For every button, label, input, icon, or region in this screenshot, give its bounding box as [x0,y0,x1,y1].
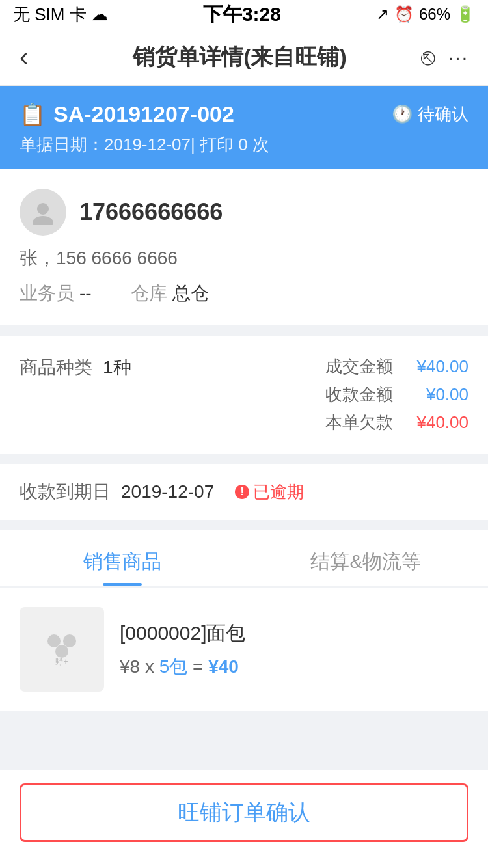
product-row: 野+ [0000002]面包 ¥8 x 5包 = ¥40 [20,607,468,692]
alarm-icon: ⏰ [394,5,414,23]
warehouse-value: 总仓 [172,281,209,306]
bottom-bar: 旺铺订单确认 [0,770,488,868]
svg-point-4 [55,645,68,658]
customer-meta: 业务员 -- 仓库 总仓 [20,281,468,306]
tab-sales-underline [103,583,142,586]
product-image: 野+ [20,607,104,692]
tabs-bar: 销售商品 结算&物流等 [0,530,488,586]
order-type-icon: 📋 [20,102,46,127]
amount-value-1: ¥0.00 [403,385,468,405]
due-date: 2019-12-07 [121,481,214,502]
share-icon[interactable]: ⎋ [421,44,435,71]
customer-avatar [20,189,66,236]
amount-value-2: ¥40.00 [403,413,468,433]
product-name: [0000002]面包 [120,620,468,647]
order-status: 🕐 待确认 [392,103,468,126]
sim-status: 无 SIM 卡 ☁ [13,3,108,26]
tab-sales-label: 销售商品 [83,549,161,575]
svg-point-3 [63,634,76,647]
status-bar: 无 SIM 卡 ☁ 下午3:28 ↗ ⏰ 66% 🔋 [0,0,488,29]
summary-card: 商品种类 1种 成交金额 ¥40.00 收款金额 ¥0.00 本单欠款 ¥40.… [0,336,488,454]
overdue-text: 已逾期 [253,481,304,504]
order-id: SA-20191207-002 [53,102,234,127]
sales-value: -- [79,283,92,304]
category-value: 1种 [103,355,131,380]
category-label: 商品种类 [20,355,92,380]
product-section: 野+ [0000002]面包 ¥8 x 5包 = ¥40 [0,588,488,711]
battery-icon: 🔋 [455,5,475,23]
order-header: 📋 SA-20191207-002 🕐 待确认 单据日期：2019-12-07|… [0,86,488,169]
page-title: 销货单详情(来自旺铺) [59,42,421,72]
customer-card: 17666666666 张，156 6666 6666 业务员 -- 仓库 总仓 [0,169,488,325]
status-text: 待确认 [418,103,468,126]
product-total: ¥40 [208,657,239,677]
tab-settlement[interactable]: 结算&物流等 [244,530,488,586]
svg-text:野+: 野+ [55,657,68,666]
status-right: ↗ ⏰ 66% 🔋 [376,5,475,23]
customer-name-phone: 张，156 6666 6666 [20,246,468,271]
svg-point-1 [33,216,53,225]
sales-label: 业务员 [20,281,74,306]
confirm-button[interactable]: 旺铺订单确认 [20,783,468,842]
nav-bar: ‹ 销货单详情(来自旺铺) ⎋ ··· [0,29,488,86]
amounts-section: 成交金额 ¥40.00 收款金额 ¥0.00 本单欠款 ¥40.00 [325,355,468,434]
amount-value-0: ¥40.00 [403,357,468,377]
product-qty: 5包 [159,657,188,677]
amount-label-0: 成交金额 [325,355,393,378]
overdue-dot-icon: ! [235,485,249,499]
product-price-row: ¥8 x 5包 = ¥40 [120,655,468,679]
warehouse-label: 仓库 [131,281,167,306]
nav-actions: ⎋ ··· [421,44,468,71]
tab-sales[interactable]: 销售商品 [0,530,244,586]
due-label: 收款到期日 [20,480,111,504]
more-icon[interactable]: ··· [448,46,468,68]
amount-row-1: 收款金额 ¥0.00 [325,383,468,406]
svg-point-2 [47,634,61,647]
clock-icon: 🕐 [392,104,413,124]
status-left: 无 SIM 卡 ☁ [13,3,108,26]
customer-phone: 17666666666 [79,198,223,226]
tab-settlement-label: 结算&物流等 [310,549,421,575]
location-icon: ↗ [376,5,389,23]
due-date-card: 收款到期日 2019-12-07 ! 已逾期 [0,464,488,520]
back-button[interactable]: ‹ [20,42,59,72]
overdue-badge: ! 已逾期 [235,481,304,504]
amount-label-2: 本单欠款 [325,411,393,434]
amount-row-2: 本单欠款 ¥40.00 [325,411,468,434]
amount-row-0: 成交金额 ¥40.00 [325,355,468,378]
status-time: 下午3:28 [203,1,281,28]
product-logo-icon: 野+ [36,627,88,673]
battery-level: 66% [419,5,450,23]
order-date: 单据日期：2019-12-07| 打印 0 次 [20,133,468,156]
amount-label-1: 收款金额 [325,383,393,406]
product-price: ¥8 x [120,657,159,677]
svg-point-0 [37,203,49,215]
product-equals: = [187,657,208,677]
product-info: [0000002]面包 ¥8 x 5包 = ¥40 [120,620,468,679]
